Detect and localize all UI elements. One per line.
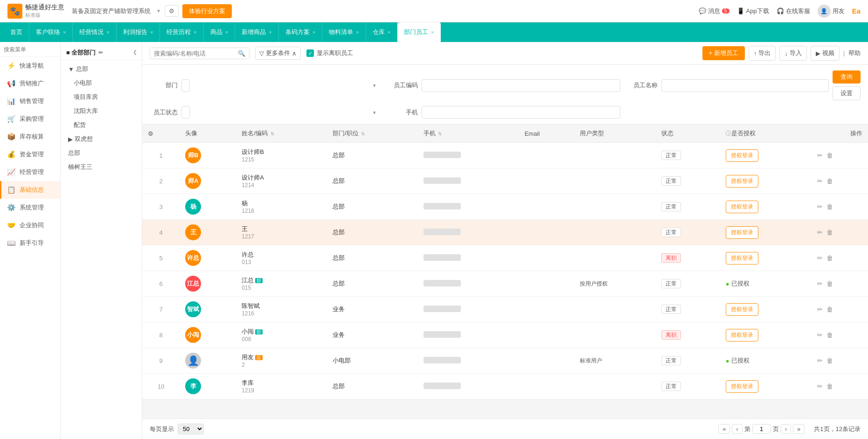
dept-item-shenyang[interactable]: 沈阳大库 (61, 104, 142, 118)
filter-phone-input[interactable] (422, 106, 621, 118)
first-page-button[interactable]: « (718, 424, 730, 434)
edit-icon[interactable]: ✏ (817, 331, 823, 339)
sidebar-item-basic[interactable]: 📋 基础信息 (0, 181, 60, 199)
gear-button[interactable]: ⚙ (165, 5, 179, 17)
set-button[interactable]: 设置 (833, 86, 861, 100)
tab-new-product[interactable]: 新增商品 × (235, 22, 278, 42)
tab-close-icon[interactable]: × (312, 29, 315, 35)
dept-item-xiaodian[interactable]: 小电部 (61, 76, 142, 90)
query-button[interactable]: 查询 (833, 70, 861, 84)
dept-item-zongbu[interactable]: 总部 (61, 146, 142, 160)
auth-login-button[interactable]: 授权登录 (726, 226, 758, 239)
delete-icon[interactable]: 🗑 (826, 177, 833, 185)
search-input[interactable] (154, 50, 238, 57)
auth-login-button[interactable]: 授权登录 (726, 252, 758, 265)
edit-icon[interactable]: ✏ (817, 254, 823, 262)
filter-dept-select[interactable] (181, 79, 190, 92)
last-page-button[interactable]: » (793, 424, 805, 434)
message-icon-item[interactable]: 💬 消息 5 (699, 7, 729, 15)
page-number-input[interactable] (752, 424, 771, 434)
delete-icon[interactable]: 🗑 (826, 383, 833, 390)
tab-close-icon[interactable]: × (194, 29, 196, 35)
delete-icon[interactable]: 🗑 (826, 357, 833, 364)
dept-edit-icon[interactable]: ✏ (98, 49, 103, 56)
help-label[interactable]: 帮助 (848, 49, 861, 57)
dept-item-headquarters-parent[interactable]: ▼ 总部 (61, 62, 142, 76)
tab-customer[interactable]: 客户联络 × (29, 22, 73, 42)
edit-icon[interactable]: ✏ (817, 229, 823, 236)
app-download-item[interactable]: 📱 App下载 (737, 7, 769, 15)
auth-login-button[interactable]: 授权登录 (726, 329, 758, 341)
prev-page-button[interactable]: ‹ (732, 424, 742, 434)
sidebar-item-finance[interactable]: 💰 资金管理 (0, 146, 60, 163)
sidebar-item-purchase[interactable]: 🛒 采购管理 (0, 110, 60, 128)
edit-icon[interactable]: ✏ (817, 152, 823, 159)
edit-icon[interactable]: ✏ (817, 280, 823, 287)
tab-close-icon[interactable]: × (150, 29, 153, 35)
sys-title-dropdown[interactable]: ▼ (156, 8, 161, 14)
tab-close-icon[interactable]: × (225, 29, 228, 35)
delete-icon[interactable]: 🗑 (826, 203, 833, 210)
dept-item-project[interactable]: 项目库房 (61, 90, 142, 104)
auth-login-button[interactable]: 授权登录 (726, 380, 758, 393)
edit-icon[interactable]: ✏ (817, 177, 823, 185)
dept-item-delivery[interactable]: 配货 (61, 118, 142, 132)
tab-barcode[interactable]: 条码方案 × (279, 22, 322, 42)
delete-icon[interactable]: 🗑 (826, 229, 833, 236)
filter-empname-input[interactable] (661, 79, 829, 92)
more-filter-btn[interactable]: ▽ 更多条件 ∧ (255, 47, 301, 60)
dept-item-nanshu[interactable]: 楠树王三 (61, 160, 142, 174)
tab-warehouse[interactable]: 仓库 × (366, 22, 397, 42)
sidebar-item-system[interactable]: ⚙️ 系统管理 (0, 199, 60, 216)
edit-icon[interactable]: ✏ (817, 306, 823, 313)
sidebar-item-collab[interactable]: 🤝 企业协同 (0, 216, 60, 234)
filter-empcode-input[interactable] (422, 79, 621, 92)
sort-icon[interactable]: ⇅ (438, 131, 442, 136)
tab-product[interactable]: 商品 × (204, 22, 235, 42)
delete-icon[interactable]: 🗑 (826, 254, 833, 262)
sort-icon[interactable]: ⇅ (361, 131, 365, 136)
tab-employees[interactable]: 部门员工 × (397, 22, 441, 42)
view-button[interactable]: ▶ 视频 (811, 46, 840, 61)
sidebar-search-input[interactable] (4, 46, 61, 53)
sidebar-item-guide[interactable]: 📖 新手引导 (0, 234, 60, 252)
tab-home[interactable]: 首页 (4, 22, 29, 42)
dept-collapse-icon[interactable]: 《 (131, 49, 136, 57)
auth-login-button[interactable]: 授权登录 (726, 175, 758, 188)
filter-empstatus-select[interactable] (181, 106, 190, 118)
edit-icon[interactable]: ✏ (817, 203, 823, 210)
sidebar-item-management[interactable]: 📈 经营管理 (0, 163, 60, 181)
import-button[interactable]: ↓ 导入 (779, 46, 807, 61)
trial-button[interactable]: 体验行业方案 (182, 4, 232, 18)
sort-icon[interactable]: ⇅ (271, 131, 274, 136)
tab-close-icon[interactable]: × (106, 29, 109, 35)
auth-login-button[interactable]: 授权登录 (726, 303, 758, 316)
tab-close-icon[interactable]: × (431, 29, 434, 35)
sidebar-item-sales[interactable]: 📊 销售管理 (0, 92, 60, 110)
edit-icon[interactable]: ✏ (817, 357, 823, 364)
auth-login-button[interactable]: 授权登录 (726, 201, 758, 213)
sidebar-item-marketing[interactable]: 📢 营销推广 (0, 75, 60, 92)
delete-icon[interactable]: 🗑 (826, 152, 833, 159)
show-resigned-checkbox[interactable]: ✓ (306, 49, 314, 57)
tab-close-icon[interactable]: × (356, 29, 359, 35)
tab-close-icon[interactable]: × (63, 29, 66, 35)
delete-icon[interactable]: 🗑 (826, 331, 833, 339)
delete-icon[interactable]: 🗑 (826, 280, 833, 287)
tab-operations[interactable]: 经营情况 × (73, 22, 116, 42)
dept-item-shuanghu[interactable]: ▶ 双虎想 (61, 132, 142, 146)
export-button[interactable]: ↑ 导出 (749, 46, 776, 61)
settings-icon[interactable]: ⚙ (148, 130, 153, 137)
add-employee-button[interactable]: + 新增员工 (702, 46, 745, 60)
page-size-select[interactable]: 50 100 200 (178, 424, 204, 434)
tab-close-icon[interactable]: × (269, 29, 271, 35)
auth-login-button[interactable]: 授权登录 (726, 149, 758, 162)
user-item[interactable]: 👤 用友 (818, 5, 845, 18)
tab-bom[interactable]: 物料清单 × (322, 22, 366, 42)
tab-close-icon[interactable]: × (388, 29, 390, 35)
sidebar-item-quicknav[interactable]: ⚡ 快速导航 (0, 57, 60, 75)
ea-label-item[interactable]: Ea (852, 7, 861, 15)
next-page-button[interactable]: › (781, 424, 791, 434)
sidebar-item-inventory[interactable]: 📦 库存核算 (0, 128, 60, 146)
delete-icon[interactable]: 🗑 (826, 306, 833, 313)
